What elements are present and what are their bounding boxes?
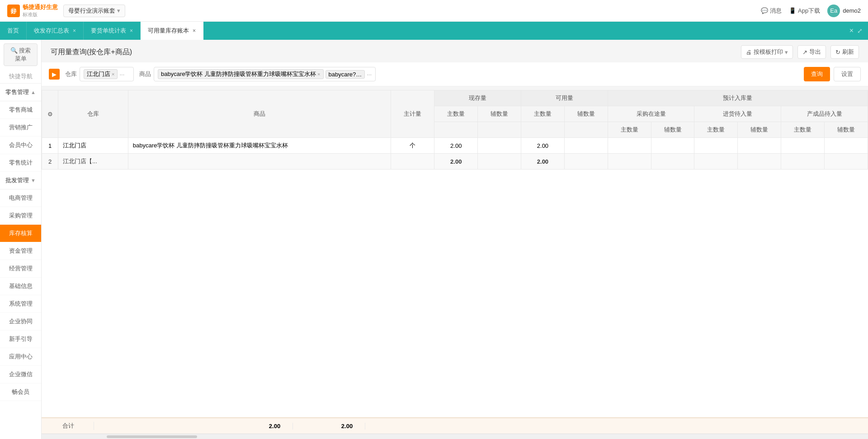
main-layout: 🔍 搜索菜单 快捷导航 零售管理 ▲ 零售商城 营销推广 会员中心 零售统计 批… xyxy=(0,40,868,439)
sidebar-item-basic[interactable]: 基础信息 xyxy=(0,278,41,295)
cell-prod-aux xyxy=(825,138,868,154)
sidebar-item-apps[interactable]: 应用中心 xyxy=(0,348,41,366)
tab-collect-label: 收发存汇总表 xyxy=(34,27,69,35)
product-ellipsis[interactable]: ··· xyxy=(367,71,372,78)
th-stock-main2 xyxy=(434,122,478,138)
tab-available-close[interactable]: × xyxy=(193,28,196,34)
sidebar-item-enterprise[interactable]: 企业协同 xyxy=(0,313,41,330)
sidebar-item-system[interactable]: 系统管理 xyxy=(0,295,41,313)
sidebar-label-member2: 畅会员 xyxy=(12,388,29,396)
sidebar-label-apps: 应用中心 xyxy=(9,353,33,361)
table-row: 1 江北门店 babycare学饮杯 儿童防摔防撞吸管杯重力球吸嘴杯宝宝水杯 个… xyxy=(42,138,868,154)
th-current-stock: 现存量 xyxy=(434,90,521,106)
print-btn[interactable]: 🖨 按模板打印 ▾ xyxy=(741,45,793,59)
export-btn[interactable]: ↗ 导出 xyxy=(797,45,826,59)
product-input[interactable]: babycare学饮杯 儿童防摔防撞吸管杯重力球吸嘴杯宝宝水杯 × babyca… xyxy=(154,67,376,81)
cell-avail-aux xyxy=(564,138,608,154)
current-stock-header: 现存量 xyxy=(469,94,486,101)
expand-btn[interactable]: ⤢ xyxy=(857,27,863,34)
sidebar-item-purchase[interactable]: 采购管理 xyxy=(0,207,41,225)
nav-tabs: 首页 收发存汇总表 × 要货单统计表 × 可用量库存账本 × × ⤢ xyxy=(0,22,868,40)
tab-available[interactable]: 可用量库存账本 × xyxy=(141,22,203,40)
message-icon: 💬 xyxy=(761,7,768,14)
scrollbar-area[interactable] xyxy=(42,434,868,439)
tab-collect-close[interactable]: × xyxy=(73,28,76,34)
setting-btn[interactable]: 设置 xyxy=(834,67,861,81)
sidebar-item-finance[interactable]: 资金管理 xyxy=(0,242,41,260)
user-menu[interactable]: Ea demo2 xyxy=(827,5,861,17)
sidebar-label-marketing: 营销推广 xyxy=(9,123,33,132)
warehouse-input[interactable]: 江北门店 × ··· xyxy=(80,67,134,81)
sidebar-item-ops[interactable]: 经营管理 xyxy=(0,260,41,278)
warehouse-label: 仓库 xyxy=(65,70,77,78)
sidebar-label-basic: 基础信息 xyxy=(9,282,33,290)
footer-label: 合计 xyxy=(58,422,94,430)
product-tag1-close[interactable]: × xyxy=(317,71,320,77)
industry-selector[interactable]: 母婴行业演示账套 ▾ xyxy=(63,5,125,17)
sidebar-item-retail-mgmt[interactable]: 零售管理 ▲ xyxy=(0,84,41,101)
product-tag1: babycare学饮杯 儿童防摔防撞吸管杯重力球吸嘴杯宝宝水杯 × xyxy=(158,69,324,79)
cell-warehouse: 江北门店 xyxy=(58,138,128,154)
download-icon: 📱 xyxy=(789,7,796,14)
tab-order-stat-close[interactable]: × xyxy=(130,28,133,34)
quick-nav-item[interactable]: 快捷导航 xyxy=(0,70,41,84)
th-forecast: 预计入库量 xyxy=(608,90,868,106)
sidebar-item-retail-stat[interactable]: 零售统计 xyxy=(0,154,41,172)
th-available: 可用量 xyxy=(521,90,608,106)
sidebar-item-ecommerce[interactable]: 电商管理 xyxy=(0,189,41,207)
tab-order-stat[interactable]: 要货单统计表 × xyxy=(84,22,141,40)
tab-order-stat-label: 要货单统计表 xyxy=(91,27,126,35)
cell-pt-main xyxy=(608,138,651,154)
cell-pt-aux xyxy=(651,138,694,154)
sidebar-label-member: 会员中心 xyxy=(9,141,33,149)
cell-index: 1 xyxy=(42,138,58,154)
sidebar-label-wechat: 企业微信 xyxy=(9,370,33,378)
th-avail-aux2 xyxy=(564,122,608,138)
th-prod-aux: 辅数量 xyxy=(825,122,868,138)
filter-area: ▶ 仓库 江北门店 × ··· 商品 babycare学饮杯 儿童防摔防撞吸管杯… xyxy=(42,62,868,86)
sidebar-label-retail-mgmt: 零售管理 xyxy=(5,88,29,96)
tab-collect[interactable]: 收发存汇总表 × xyxy=(27,22,84,40)
cell-group-pa-aux xyxy=(738,154,781,170)
warehouse-tag: 江北门店 × xyxy=(84,69,118,79)
scrollbar[interactable] xyxy=(107,435,197,438)
product-header: 商品 xyxy=(254,110,265,117)
th-avail-main2 xyxy=(521,122,565,138)
th-prod-main: 主数量 xyxy=(781,122,825,138)
message-btn[interactable]: 💬 消息 xyxy=(761,7,782,15)
sidebar-item-marketing[interactable]: 营销推广 xyxy=(0,119,41,137)
cell-group-unit xyxy=(391,154,434,170)
product-tag2: babycare?… xyxy=(326,70,365,79)
refresh-icon: ↻ xyxy=(835,49,840,56)
sidebar-item-wholesale[interactable]: 批发管理 ▼ xyxy=(0,172,41,189)
sidebar-item-member2[interactable]: 畅会员 xyxy=(0,383,41,401)
brand-name: 畅捷通好生意 标准版 xyxy=(23,3,58,18)
sidebar-item-member[interactable]: 会员中心 xyxy=(0,137,41,154)
close-all-btn[interactable]: × xyxy=(849,27,854,35)
warehouse-tag-close[interactable]: × xyxy=(112,71,114,77)
th-pa-main: 主数量 xyxy=(694,122,738,138)
message-label: 消息 xyxy=(770,7,782,15)
top-bar-right: 💬 消息 📱 App下载 Ea demo2 xyxy=(761,5,861,17)
sidebar-label-inventory: 库存核算 xyxy=(9,229,33,237)
warehouse-ellipsis[interactable]: ··· xyxy=(119,71,124,78)
page-header: 可用量查询(按仓库+商品) 🖨 按模板打印 ▾ ↗ 导出 ↻ 刷新 xyxy=(42,40,868,62)
sidebar-search-btn[interactable]: 🔍 搜索菜单 xyxy=(4,43,38,66)
sidebar-item-inventory[interactable]: 库存核算 xyxy=(0,225,41,242)
cell-group-prod-aux xyxy=(825,154,868,170)
cell-avail-main: 2.00 xyxy=(521,138,565,154)
user-name: demo2 xyxy=(843,7,861,14)
th-settings[interactable]: ⚙ xyxy=(42,90,58,138)
cell-group-pa-main xyxy=(694,154,738,170)
sidebar-item-guide[interactable]: 新手引导 xyxy=(0,330,41,348)
filter-toggle[interactable]: ▶ xyxy=(49,69,60,80)
refresh-btn[interactable]: ↻ 刷新 xyxy=(830,45,859,59)
tab-home[interactable]: 首页 xyxy=(0,22,27,40)
table-area: ⚙ 仓库 商品 主计量 现存量 xyxy=(42,90,868,417)
download-btn[interactable]: 📱 App下载 xyxy=(789,7,820,15)
sidebar-item-wechat[interactable]: 企业微信 xyxy=(0,366,41,383)
query-btn[interactable]: 查询 xyxy=(804,67,830,81)
sidebar-label-finance: 资金管理 xyxy=(9,247,33,255)
sidebar-item-retail-mall[interactable]: 零售商城 xyxy=(0,101,41,119)
th-purchase-arrival: 进货待入量 xyxy=(694,106,781,122)
